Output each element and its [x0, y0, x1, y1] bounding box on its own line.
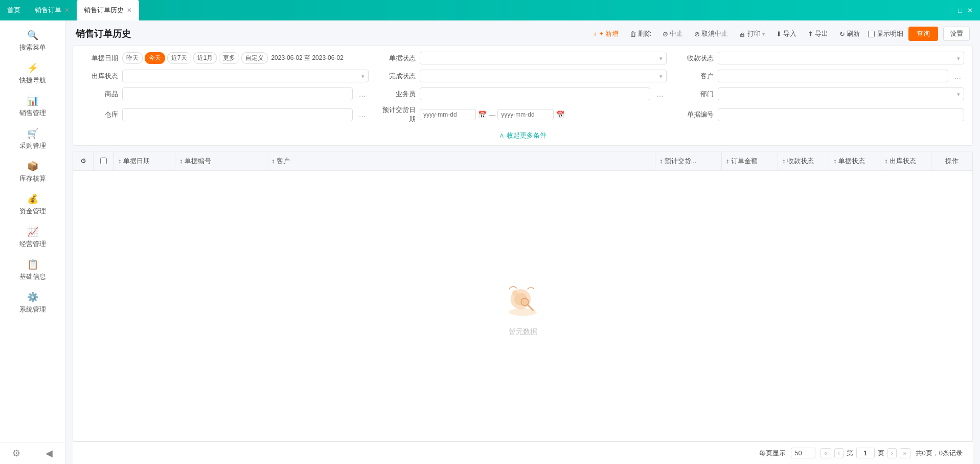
expected-from-cal-icon[interactable]: 📅	[478, 111, 487, 119]
pager: « ‹ 第 页 › »	[821, 448, 910, 458]
tab-home[interactable]: 首页	[0, 0, 28, 20]
customer-dots-btn[interactable]: ...	[951, 72, 964, 81]
filter-cell-bill-no: 单据编号	[677, 108, 964, 121]
expected-to-cal-icon[interactable]: 📅	[556, 111, 564, 119]
goods-dots-btn[interactable]: ...	[356, 90, 369, 99]
warehouse-dots-btn[interactable]: ...	[356, 110, 369, 119]
salesperson-control: ...	[420, 87, 666, 100]
th-operation: 操作	[931, 151, 972, 170]
next-page-btn[interactable]: ›	[887, 448, 897, 458]
out-status-select[interactable]	[122, 70, 369, 82]
date-range-text: 2023-06-02 至 2023-06-02	[271, 54, 343, 62]
stop-button[interactable]: ⊘ 中止	[659, 27, 686, 40]
th-order-amount[interactable]: ↕ 订单金额	[722, 151, 778, 170]
first-page-btn[interactable]: «	[821, 448, 831, 458]
delete-button[interactable]: 🗑 删除	[627, 27, 654, 40]
date-custom-btn[interactable]: 自定义	[241, 52, 268, 64]
bill-no-input[interactable]	[718, 108, 964, 121]
maximize-btn[interactable]: □	[958, 7, 962, 14]
th-bill-status[interactable]: ↕ 单据状态	[829, 151, 880, 170]
th-bill-no[interactable]: ↕ 单据编号	[175, 151, 267, 170]
sidebar-item-search-menu[interactable]: 🔍 搜索菜单	[0, 25, 65, 57]
tab-sales-order-history[interactable]: 销售订单历史 ✕	[77, 0, 139, 20]
minimize-btn[interactable]: —	[946, 7, 953, 14]
tab-sales-order-close[interactable]: ✕	[64, 7, 70, 14]
sidebar-item-basic-info[interactable]: 📋 基础信息	[0, 254, 65, 286]
expected-date-label: 预计交货日期	[379, 105, 420, 124]
warehouse-control: ...	[122, 108, 369, 121]
new-button[interactable]: + + 新增	[590, 27, 622, 40]
table-header: ⚙ ↕ 单据日期 ↕ 单据编号 ↕ 客户 ↕	[73, 151, 972, 171]
show-detail-checkbox[interactable]	[868, 31, 875, 37]
date-yesterday-btn[interactable]: 昨天	[122, 52, 143, 64]
th-expected-delivery[interactable]: ↕ 预计交货...	[655, 151, 722, 170]
page-unit: 页	[878, 449, 884, 458]
sidebar: 🔍 搜索菜单 ⚡ 快捷导航 📊 销售管理 🛒 采购管理 📦 库存核算 💰 资金管…	[0, 20, 65, 464]
refresh-button[interactable]: ↻ 刷新	[836, 27, 863, 40]
sidebar-item-operation-mgmt[interactable]: 📈 经营管理	[0, 221, 65, 254]
empty-state: 暂无数据	[500, 275, 546, 337]
payment-status-select[interactable]	[718, 52, 964, 64]
import-button[interactable]: ⬇ 导入	[773, 27, 800, 40]
expected-to-input[interactable]	[497, 109, 554, 120]
show-detail-checkbox-label[interactable]: 显示明细	[868, 29, 903, 38]
date-1month-btn[interactable]: 近1月	[193, 52, 217, 64]
out-status-label: 出库状态	[81, 72, 122, 81]
table-footer: 每页显示 50 10 20 100 « ‹ 第 页 › » 共0页，0条记录	[73, 441, 973, 464]
th-bill-date[interactable]: ↕ 单据日期	[114, 151, 175, 170]
page-input[interactable]	[856, 448, 875, 458]
cancel-stop-button[interactable]: ⊘ 取消中止	[691, 27, 731, 40]
th-customer[interactable]: ↕ 客户	[267, 151, 655, 170]
close-btn[interactable]: ✕	[967, 7, 973, 14]
salesperson-dots-btn[interactable]: ...	[653, 90, 666, 99]
sidebar-item-inventory[interactable]: 📦 库存核算	[0, 156, 65, 188]
out-status-select-wrapper	[122, 70, 369, 82]
goods-input[interactable]	[122, 87, 353, 100]
tab-sales-order[interactable]: 销售订单 ✕	[28, 0, 77, 20]
goods-control: ...	[122, 87, 369, 100]
export-icon: ⬆	[808, 30, 813, 38]
sidebar-item-capital-mgmt[interactable]: 💰 资金管理	[0, 188, 65, 221]
last-page-btn[interactable]: »	[900, 448, 910, 458]
th-check[interactable]	[94, 151, 114, 170]
warehouse-label: 仓库	[81, 110, 122, 119]
customer-input[interactable]	[718, 70, 948, 82]
warehouse-input[interactable]	[122, 108, 353, 121]
query-button[interactable]: 查询	[908, 27, 938, 41]
sidebar-item-system-mgmt[interactable]: ⚙️ 系统管理	[0, 286, 65, 319]
sidebar-settings-icon[interactable]: ⚙	[12, 448, 20, 459]
filter-cell-date: 单据日期 昨天 今天 近7天 近1月 更多 自定义 2023-06-02 至 2…	[81, 52, 369, 64]
th-out-status[interactable]: ↕ 出库状态	[880, 151, 931, 170]
export-button[interactable]: ⬆ 导出	[805, 27, 831, 40]
sidebar-item-sales-mgmt[interactable]: 📊 销售管理	[0, 90, 65, 123]
sidebar-collapse-icon[interactable]: ◀	[45, 448, 53, 459]
tab-history-close[interactable]: ✕	[127, 7, 132, 14]
filter-cell-payment-status: 收款状态	[677, 52, 964, 64]
salesperson-input[interactable]	[420, 87, 650, 100]
collapse-row[interactable]: ∧ 收起更多条件	[81, 129, 964, 143]
department-select[interactable]	[718, 87, 964, 100]
print-button[interactable]: 🖨 打印 ▾	[736, 27, 768, 40]
sidebar-item-quick-nav[interactable]: ⚡ 快捷导航	[0, 57, 65, 90]
settings-button[interactable]: 设置	[943, 27, 970, 41]
sidebar-bottom: ⚙ ◀	[0, 442, 65, 464]
filter-cell-expected-date: 预计交货日期 📅 — 📅	[379, 105, 666, 124]
expected-from-input[interactable]	[420, 109, 476, 120]
prev-page-btn[interactable]: ‹	[834, 448, 844, 458]
salesperson-label: 业务员	[379, 90, 420, 99]
bill-status-select[interactable]	[420, 52, 666, 64]
date-more-btn[interactable]: 更多	[219, 52, 239, 64]
per-page-select[interactable]: 50 10 20 100	[791, 448, 815, 458]
th-payment-status[interactable]: ↕ 收款状态	[778, 151, 829, 170]
filter-cell-complete-status: 完成状态	[379, 70, 666, 82]
department-select-wrapper	[718, 87, 964, 100]
complete-status-select[interactable]	[420, 70, 666, 82]
customer-label: 客户	[677, 72, 718, 81]
sidebar-item-purchase-mgmt[interactable]: 🛒 采购管理	[0, 123, 65, 156]
system-mgmt-icon: ⚙️	[27, 292, 38, 303]
goods-label: 商品	[81, 90, 122, 99]
th-settings[interactable]: ⚙	[73, 151, 94, 170]
select-all-checkbox[interactable]	[100, 158, 107, 164]
date-today-btn[interactable]: 今天	[145, 52, 165, 64]
date-7days-btn[interactable]: 近7天	[167, 52, 191, 64]
